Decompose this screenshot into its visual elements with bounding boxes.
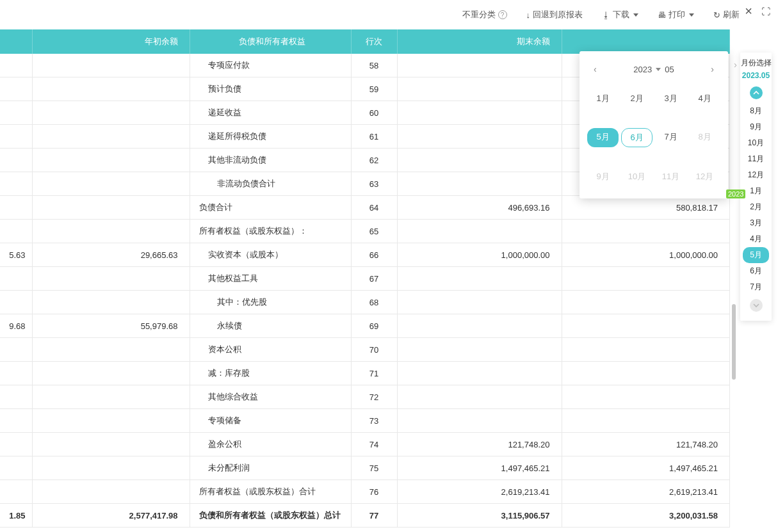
cell-line: 59 [351, 77, 397, 101]
cell-line: 67 [351, 267, 397, 291]
cell-item: 永续债 [190, 314, 351, 338]
cell-item: 负债和所有者权益（或股东权益）总计 [190, 504, 351, 528]
cell-item: 非流动负债合计 [190, 172, 351, 196]
cell-line: 77 [351, 504, 397, 528]
cell-item: 专项应付款 [190, 54, 351, 77]
cell-yleft [0, 480, 32, 504]
table-row[interactable]: 负债合计64496,693.16580,818.17 [0, 196, 730, 220]
table-row[interactable]: 其他权益工具67 [0, 267, 730, 291]
table-row[interactable]: 其中：优先股68 [0, 291, 730, 314]
cell-item: 递延收益 [190, 101, 351, 125]
cell-end [397, 385, 562, 409]
month-quick-item[interactable]: 2月 [743, 199, 769, 215]
noclass-toggle[interactable]: 不重分类 ? [462, 9, 507, 20]
cell-end [397, 314, 562, 338]
month-quick-item[interactable]: 8月 [743, 103, 769, 119]
month-option[interactable]: 2月 [621, 90, 652, 108]
print-label: 打印 [669, 9, 685, 20]
cell-line: 58 [351, 54, 397, 77]
cell-line: 64 [351, 196, 397, 220]
table-row[interactable]: 5.6329,665.63实收资本（或股本）661,000,000.001,00… [0, 243, 730, 267]
cell-line: 76 [351, 480, 397, 504]
cell-line: 70 [351, 338, 397, 362]
cell-ystart: 29,665.63 [32, 243, 190, 267]
scrollbar-vertical[interactable] [732, 304, 736, 380]
close-icon[interactable]: × [745, 4, 752, 19]
cell-yleft: 1.85 [0, 504, 32, 528]
month-option: 10月 [621, 168, 652, 186]
cell-end: 496,693.16 [397, 196, 562, 220]
cell-extra: 1,497,465.21 [562, 456, 730, 480]
month-quick-item[interactable]: 4月 [743, 231, 769, 247]
picker-year: 2023 [633, 65, 652, 74]
cell-ystart: 2,577,417.98 [32, 504, 190, 528]
month-panel-up[interactable] [750, 86, 763, 99]
table-row[interactable]: 未分配利润751,497,465.211,497,465.21 [0, 456, 730, 480]
table-row[interactable]: 所有者权益（或股东权益）：65 [0, 220, 730, 243]
month-quick-item[interactable]: 3月 [743, 215, 769, 231]
month-option[interactable]: 5月 [587, 128, 619, 147]
cell-item: 盈余公积 [190, 433, 351, 456]
refresh-button[interactable]: ↻ 刷新 [713, 9, 740, 20]
cell-yleft [0, 385, 32, 409]
table-row[interactable]: 减：库存股71 [0, 362, 730, 385]
month-quick-item[interactable]: 1月 [743, 183, 769, 199]
picker-year-month[interactable]: 2023 05 [633, 65, 674, 74]
month-option[interactable]: 6月 [621, 128, 652, 147]
next-year-button[interactable]: › [707, 61, 718, 77]
download-button[interactable]: ⭳ 下载 [602, 9, 638, 20]
month-quick-item[interactable]: 10月 [743, 135, 769, 151]
cell-yleft [0, 220, 32, 243]
back-button[interactable]: ↓ 回退到原报表 [526, 9, 583, 20]
table-row[interactable]: 专项储备73 [0, 409, 730, 433]
month-quick-item[interactable]: 9月 [743, 119, 769, 135]
month-quick-item[interactable]: 6月 [743, 263, 769, 279]
noclass-label: 不重分类 [462, 9, 496, 20]
month-option[interactable]: 3月 [655, 90, 686, 108]
table-row[interactable]: 盈余公积74121,748.20121,748.20 [0, 433, 730, 456]
cell-end [397, 54, 562, 77]
month-option[interactable]: 1月 [587, 90, 619, 108]
cell-line: 61 [351, 125, 397, 149]
table-row[interactable]: 其他综合收益72 [0, 385, 730, 409]
prev-year-button[interactable]: ‹ [590, 61, 601, 77]
month-option[interactable]: 7月 [655, 128, 686, 147]
cell-end [397, 291, 562, 314]
print-button[interactable]: 🖶 打印 [658, 9, 694, 20]
fullscreen-icon[interactable]: ⛶ [761, 6, 770, 17]
cell-item: 其他非流动负债 [190, 149, 351, 172]
cell-ystart: 55,979.68 [32, 314, 190, 338]
cell-extra [562, 220, 730, 243]
month-panel-selected: 2023.05 [742, 71, 770, 80]
cell-ystart [32, 338, 190, 362]
month-quick-item[interactable]: 7月 [743, 279, 769, 295]
cell-line: 72 [351, 385, 397, 409]
cell-line: 73 [351, 409, 397, 433]
cell-end [397, 172, 562, 196]
chevron-right-icon[interactable]: › [734, 59, 737, 70]
cell-yleft: 9.68 [0, 314, 32, 338]
cell-yleft [0, 54, 32, 77]
month-quick-item[interactable]: 11月 [743, 151, 769, 167]
cell-item: 负债合计 [190, 196, 351, 220]
cell-ystart [32, 267, 190, 291]
cell-ystart [32, 480, 190, 504]
month-quick-item[interactable]: 5月 [743, 247, 769, 263]
chevron-down-icon [633, 13, 638, 17]
month-quick-item[interactable]: 12月 [743, 167, 769, 183]
th-extra [562, 29, 730, 54]
cell-end: 3,115,906.57 [397, 504, 562, 528]
table-row[interactable]: 资本公积70 [0, 338, 730, 362]
download-label: 下载 [613, 9, 629, 20]
table-row[interactable]: 9.6855,979.68永续债69 [0, 314, 730, 338]
cell-extra: 580,818.17 [562, 196, 730, 220]
cell-line: 74 [351, 433, 397, 456]
back-label: 回退到原报表 [533, 9, 583, 20]
month-panel-down[interactable] [750, 299, 763, 312]
cell-ystart [32, 172, 190, 196]
table-row[interactable]: 1.852,577,417.98负债和所有者权益（或股东权益）总计773,115… [0, 504, 730, 528]
month-option[interactable]: 4月 [689, 90, 720, 108]
table-row[interactable]: 所有者权益（或股东权益）合计762,619,213.412,619,213.41 [0, 480, 730, 504]
help-icon[interactable]: ? [498, 10, 507, 19]
cell-yleft [0, 338, 32, 362]
